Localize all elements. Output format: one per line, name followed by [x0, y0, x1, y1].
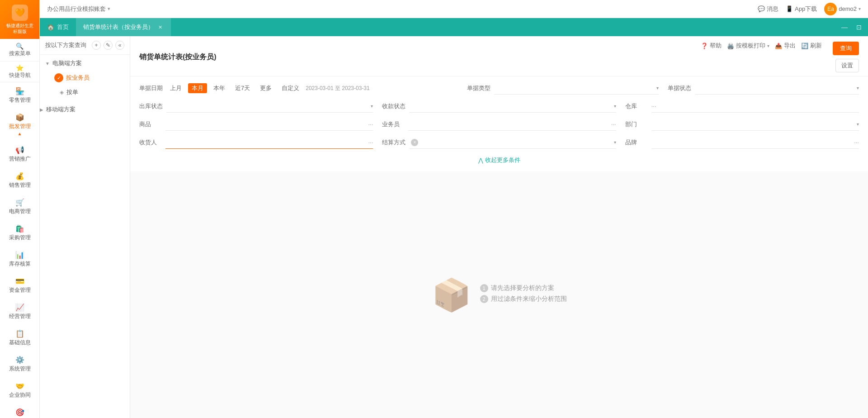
settlement-control[interactable]: × ▾ — [409, 136, 616, 149]
export-icon: 📤 — [775, 43, 782, 49]
tab-minimize-btn[interactable]: — — [839, 22, 850, 33]
settings-button[interactable]: 设置 — [835, 59, 859, 72]
left-panel-header: 按以下方案查询 + ✎ « — [40, 36, 130, 55]
by-salesperson-scheme[interactable]: ✓ 按业务员 — [40, 70, 130, 86]
logo-text: 畅捷通好生意 标腿版 — [6, 23, 33, 34]
user-menu[interactable]: Ea demo2 ▾ — [824, 3, 861, 15]
consignee-filter: 收货人 ··· — [139, 136, 373, 149]
collapse-up-icon: ⋀ — [478, 157, 483, 164]
logo-area[interactable]: 🧡 畅捷通好生意 标腿版 — [0, 0, 39, 39]
settlement-clear-btn[interactable]: × — [411, 139, 418, 146]
salesperson-label: 业务员 — [382, 120, 405, 128]
sidebar-item-sales[interactable]: 💰 销售管理 — [0, 167, 39, 194]
pc-scheme-group-title[interactable]: ▼ 电脑端方案 — [40, 57, 130, 70]
wholesale-icon: 📦 — [2, 113, 38, 122]
department-filter: 部门 ▾ — [625, 118, 859, 131]
account-selector[interactable]: 办公用品行业模拟账套 ▾ — [47, 5, 110, 13]
department-control[interactable]: ▾ — [651, 118, 859, 131]
sidebar-item-marketing[interactable]: 📢 营销推广 — [0, 141, 39, 167]
content-area: 按以下方案查询 + ✎ « ▼ 电脑端方案 ✓ 按业务员 ◈ 按单 — [40, 36, 868, 418]
date-filter-options: 上月 本月 本年 近7天 更多 自定义 2023-03-01 至 2023-03… — [166, 83, 370, 93]
salesperson-filter: 业务员 ··· — [382, 118, 616, 131]
guide-icon: 🎯 — [2, 408, 38, 417]
by-order-scheme[interactable]: ◈ 按单 — [40, 86, 130, 99]
doc-status-control[interactable]: ▾ — [695, 82, 859, 95]
sidebar-item-purchase[interactable]: 🛍️ 采购管理 — [0, 220, 39, 246]
sidebar-item-enterprise[interactable]: 🤝 企业协同 — [0, 377, 39, 404]
sidebar-item-wholesale[interactable]: 📦 批发管理 ▲ — [0, 109, 39, 141]
goods-control[interactable]: ··· — [165, 118, 373, 131]
out-status-control[interactable]: ▾ — [166, 100, 373, 113]
mobile-triangle-icon: ▶ — [40, 107, 43, 112]
home-icon: 🏠 — [47, 24, 54, 31]
avatar: Ea — [824, 3, 837, 15]
mobile-scheme-group-title[interactable]: ▶ 移动端方案 — [40, 103, 130, 116]
payment-status-control[interactable]: ▾ — [409, 100, 616, 113]
topbar: 办公用品行业模拟账套 ▾ 💬 消息 📱 App下载 Ea demo2 ▾ — [40, 0, 868, 18]
export-btn[interactable]: 📤 导出 — [775, 42, 796, 50]
print-btn[interactable]: 🖨️ 按模板打印 ▾ — [727, 42, 769, 50]
help-btn[interactable]: ❓ 帮助 — [701, 42, 722, 50]
sidebar-menu: 🏪 零售管理 📦 批发管理 ▲ 📢 营销推广 💰 销售管理 🛒 电商管理 🛍️ … — [0, 82, 39, 418]
current-year-btn[interactable]: 本年 — [210, 83, 229, 93]
salesperson-control[interactable]: ··· — [408, 118, 616, 131]
collapse-filter-btn[interactable]: ⋀ 收起更多条件 — [139, 154, 859, 166]
message-icon: 💬 — [758, 5, 765, 12]
empty-text-item-1: 1 请先选择要分析的方案 — [480, 284, 567, 292]
add-scheme-btn[interactable]: + — [92, 41, 101, 50]
message-btn[interactable]: 💬 消息 — [758, 5, 778, 13]
sidebar-item-finance[interactable]: 💳 资金管理 — [0, 272, 39, 299]
brand-control[interactable]: ··· — [651, 136, 859, 149]
step-2-icon: 2 — [480, 295, 488, 303]
collapse-panel-btn[interactable]: « — [115, 41, 124, 50]
current-month-btn[interactable]: 本月 — [188, 83, 207, 93]
tab-report[interactable]: 销货单统计表（按业务员） ✕ — [76, 18, 171, 36]
date-range-value: 2023-03-01 至 2023-03-31 — [306, 85, 369, 92]
last7-btn[interactable]: 近7天 — [231, 83, 254, 93]
search-menu-item[interactable]: 🔍 搜索菜单 — [0, 39, 39, 62]
ecommerce-icon: 🛒 — [2, 198, 38, 207]
query-button[interactable]: 查询 — [833, 42, 859, 55]
edit-scheme-btn[interactable]: ✎ — [104, 41, 113, 50]
step-1-icon: 1 — [480, 284, 488, 292]
sidebar-item-operation[interactable]: 📈 经营管理 — [0, 299, 39, 325]
quick-nav-item[interactable]: ⭐ 快捷导航 — [0, 62, 39, 82]
consignee-control[interactable]: ··· — [165, 136, 373, 149]
print-dropdown-icon: ▾ — [767, 43, 769, 48]
more-btn[interactable]: 更多 — [256, 83, 275, 93]
sub-scheme-icon: ◈ — [60, 89, 64, 95]
custom-btn[interactable]: 自定义 — [278, 83, 303, 93]
settlement-filter: 结算方式 × ▾ — [382, 136, 616, 149]
doc-type-control[interactable]: ▾ — [494, 82, 658, 95]
filter-row-3: 商品 ··· 业务员 ··· 部门 — [139, 118, 859, 131]
out-status-filter: 出库状态 ▾ — [139, 100, 373, 113]
out-status-dropdown-icon: ▾ — [371, 104, 373, 109]
sidebar-item-ecommerce[interactable]: 🛒 电商管理 — [0, 194, 39, 220]
page-actions: ❓ 帮助 🖨️ 按模板打印 ▾ 📤 导出 � — [701, 42, 822, 50]
sidebar-item-basic[interactable]: 📋 基础信息 — [0, 325, 39, 351]
sidebar-item-inventory[interactable]: 📊 库存核算 — [0, 246, 39, 272]
department-dropdown-icon: ▾ — [857, 122, 859, 127]
department-label: 部门 — [625, 120, 648, 128]
topbar-left: 办公用品行业模拟账套 ▾ — [47, 5, 110, 13]
last-month-btn[interactable]: 上月 — [166, 83, 185, 93]
app-download-btn[interactable]: 📱 App下载 — [786, 5, 817, 13]
user-dropdown-icon: ▾ — [859, 6, 861, 11]
goods-label: 商品 — [139, 120, 162, 128]
main-area: 办公用品行业模拟账套 ▾ 💬 消息 📱 App下载 Ea demo2 ▾ 🏠 首… — [40, 0, 868, 418]
sidebar-item-guide[interactable]: 🎯 新手引导 — [0, 404, 39, 418]
tab-home[interactable]: 🏠 首页 — [40, 18, 76, 36]
left-panel: 按以下方案查询 + ✎ « ▼ 电脑端方案 ✓ 按业务员 ◈ 按单 — [40, 36, 130, 418]
settlement-dropdown-icon: ▾ — [614, 140, 616, 145]
pc-scheme-group: ▼ 电脑端方案 ✓ 按业务员 ◈ 按单 — [40, 55, 130, 101]
doc-status-dropdown-icon: ▾ — [857, 86, 859, 90]
sidebar-item-retail[interactable]: 🏪 零售管理 — [0, 82, 39, 109]
tab-close-btn[interactable]: ✕ — [156, 24, 164, 31]
sidebar-item-system[interactable]: ⚙️ 系统管理 — [0, 351, 39, 377]
tab-maximize-btn[interactable]: ⊡ — [854, 22, 864, 33]
tabbar-right: — ⊡ — [839, 22, 868, 33]
basic-icon: 📋 — [2, 329, 38, 338]
settlement-label: 结算方式 — [382, 138, 406, 147]
refresh-btn[interactable]: 🔄 刷新 — [801, 42, 822, 50]
warehouse-control[interactable]: ··· — [651, 100, 859, 113]
